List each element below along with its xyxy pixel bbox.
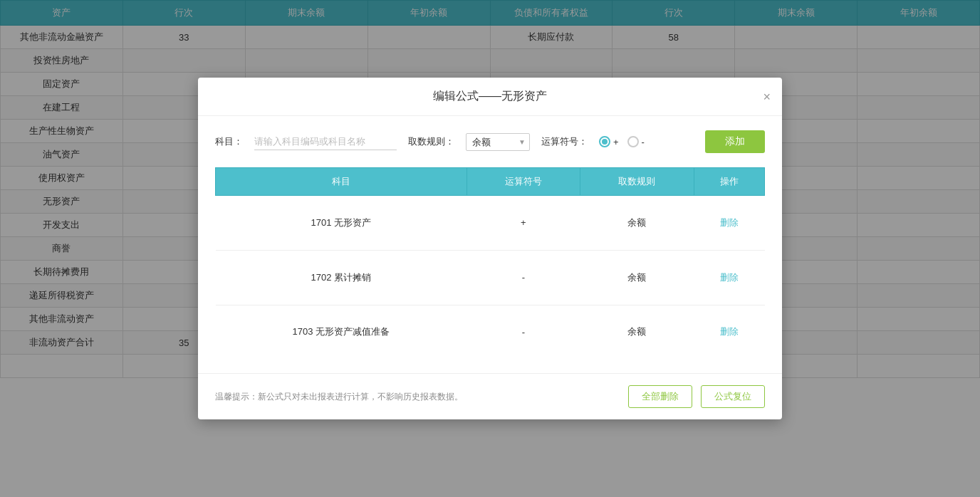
delete-link[interactable]: 删除 [720,272,739,283]
table-row: 1703 无形资产减值准备-余额删除 [216,305,765,359]
table-cell-subject: 1701 无形资产 [216,196,467,251]
modal-title: 编辑公式——无形资产 [433,89,547,104]
operator-radio-group: + - [599,136,645,147]
table-row: 1702 累计摊销-余额删除 [216,250,765,305]
table-cell-subject: 1703 无形资产减值准备 [216,305,467,359]
operator-minus-label: - [642,137,645,147]
table-cell-subject: 1702 累计摊销 [216,250,467,305]
formula-table: 科目运算符号取数规则操作 1701 无形资产+余额删除1702 累计摊销-余额删… [215,167,765,359]
table-column-header: 操作 [694,168,764,196]
delete-link[interactable]: 删除 [720,217,739,228]
table-cell-action: 删除 [694,196,764,251]
operator-plus-label: + [613,137,619,147]
radio-plus-circle [599,136,610,147]
operator-minus-radio[interactable]: - [627,136,645,147]
table-cell-rule: 余额 [580,250,694,305]
table-cell-action: 删除 [694,250,764,305]
modal-overlay: 编辑公式——无形资产 × 科目： 取数规则： 余额借方贷方借方累计贷方累计 ▼ … [0,0,980,497]
table-cell-rule: 余额 [580,305,694,359]
modal-close-button[interactable]: × [763,90,771,103]
table-cell-operator: + [466,196,580,251]
add-button[interactable]: 添加 [705,130,765,153]
table-row: 1701 无形资产+余额删除 [216,196,765,251]
footer-buttons: 全部删除 公式复位 [628,385,765,408]
reset-formula-button[interactable]: 公式复位 [701,385,765,408]
table-cell-operator: - [466,250,580,305]
table-body: 1701 无形资产+余额删除1702 累计摊销-余额删除1703 无形资产减值准… [216,196,765,360]
table-column-header: 科目 [216,168,467,196]
footer-hint: 温馨提示：新公式只对未出报表进行计算，不影响历史报表数据。 [215,391,463,403]
rule-label: 取数规则： [408,135,454,148]
delete-link[interactable]: 删除 [720,326,739,337]
table-cell-operator: - [466,305,580,359]
table-header-row: 科目运算符号取数规则操作 [216,168,765,196]
subject-input[interactable] [254,133,397,150]
delete-all-button[interactable]: 全部删除 [628,385,692,408]
operator-label: 运算符号： [541,135,588,148]
modal-footer: 温馨提示：新公式只对未出报表进行计算，不影响历史报表数据。 全部删除 公式复位 [198,373,782,419]
table-cell-rule: 余额 [580,196,694,251]
radio-minus-circle [627,136,639,147]
modal-header: 编辑公式——无形资产 × [198,78,782,116]
table-column-header: 取数规则 [580,168,694,196]
table-cell-action: 删除 [694,305,764,359]
subject-label: 科目： [215,135,243,148]
modal-body: 科目： 取数规则： 余额借方贷方借方累计贷方累计 ▼ 运算符号： + [198,116,782,373]
form-row: 科目： 取数规则： 余额借方贷方借方累计贷方累计 ▼ 运算符号： + [215,130,765,153]
rule-select-wrapper: 余额借方贷方借方累计贷方累计 ▼ [466,133,530,151]
table-column-header: 运算符号 [466,168,580,196]
rule-select[interactable]: 余额借方贷方借方累计贷方累计 [466,133,530,151]
edit-formula-modal: 编辑公式——无形资产 × 科目： 取数规则： 余额借方贷方借方累计贷方累计 ▼ … [198,78,782,419]
operator-plus-radio[interactable]: + [599,136,619,147]
